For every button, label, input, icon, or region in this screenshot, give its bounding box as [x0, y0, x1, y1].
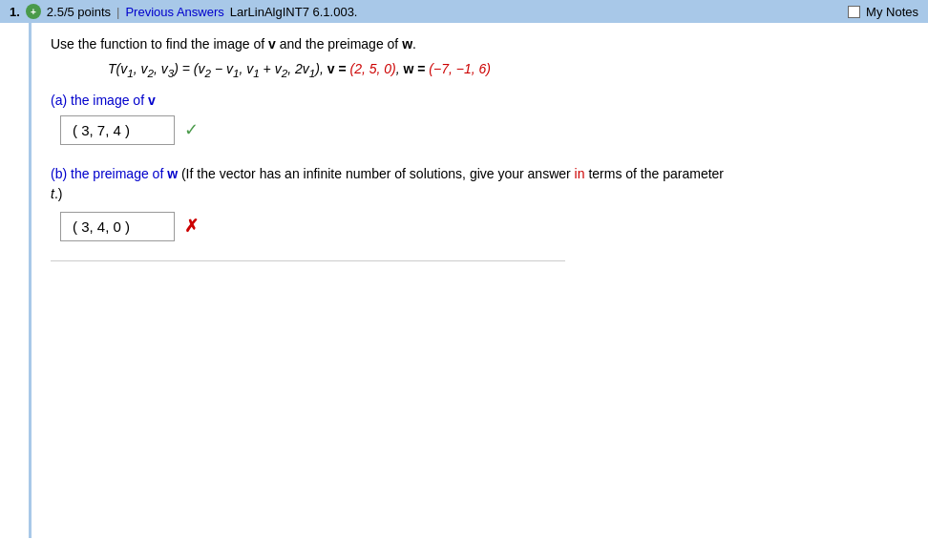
header-left: 1. + 2.5/5 points | Previous Answers Lar… — [10, 4, 357, 19]
notes-label: My Notes — [866, 5, 918, 19]
prev-answers-link[interactable]: Previous Answers — [125, 5, 223, 19]
main-content: Use the function to find the image of v … — [29, 23, 928, 538]
part-a-correct-icon: ✓ — [184, 119, 199, 140]
instruction-prefix: Use the function to find the image of — [51, 36, 268, 52]
part-a-answer-box: ( 3, 7, 4 ) ✓ — [60, 115, 909, 145]
function-line: T(v1, v2, v3) = (v2 − v1, v1 + v2, 2v1),… — [108, 61, 909, 79]
header-bar: 1. + 2.5/5 points | Previous Answers Lar… — [0, 0, 928, 23]
w-bold: w — [402, 36, 412, 52]
w-value: (−7, −1, 6) — [429, 61, 491, 76]
part-a-answer-field[interactable]: ( 3, 7, 4 ) — [60, 115, 175, 145]
part-b-terms: terms of the parameter — [585, 166, 725, 181]
separator: | — [116, 5, 119, 19]
book-ref: LarLinAlgINT7 6.1.003. — [230, 5, 358, 19]
part-b-answer-field[interactable]: ( 3, 4, 0 ) — [60, 212, 175, 241]
part-a-v: v — [148, 93, 156, 108]
part-a-text: (a) the image of — [51, 93, 148, 108]
part-a-answer-value: ( 3, 7, 4 ) — [73, 122, 130, 138]
part-b-w: w — [167, 166, 178, 181]
part-a-label: (a) the image of v — [51, 93, 909, 108]
instruction-suffix: . — [412, 36, 416, 52]
problem-wrapper: Use the function to find the image of v … — [0, 23, 928, 538]
instruction-text: Use the function to find the image of v … — [51, 36, 909, 52]
points-text: 2.5/5 points — [47, 5, 111, 19]
part-b-answer-box: ( 3, 4, 0 ) ✗ — [60, 212, 909, 241]
part-b-middle: (If the vector has an infinite number of… — [178, 166, 575, 181]
comma: , — [396, 61, 400, 76]
notes-checkbox[interactable] — [848, 6, 860, 18]
part-b-prefix: (b) the preimage of — [51, 166, 167, 181]
v-value-label: v = — [327, 61, 350, 76]
part-b-label: (b) the preimage of w (If the vector has… — [51, 164, 909, 204]
v-bold: v — [268, 36, 276, 52]
part-b-answer-value: ( 3, 4, 0 ) — [73, 218, 130, 235]
function-T: T(v1, v2, v3) = (v2 − v1, v1 + v2, 2v1), — [108, 61, 324, 76]
v-value: (2, 5, 0) — [349, 61, 395, 76]
part-b-t: t.) — [51, 186, 62, 201]
divider-line — [51, 260, 565, 261]
header-right: My Notes — [848, 5, 918, 19]
question-number: 1. — [10, 5, 20, 19]
w-value-label: w = — [404, 61, 430, 76]
number-column — [0, 23, 29, 538]
plus-icon: + — [26, 4, 41, 19]
part-b-incorrect-icon: ✗ — [184, 216, 199, 237]
part-b-in: in — [575, 166, 585, 181]
instruction-middle: and the preimage of — [276, 36, 402, 52]
